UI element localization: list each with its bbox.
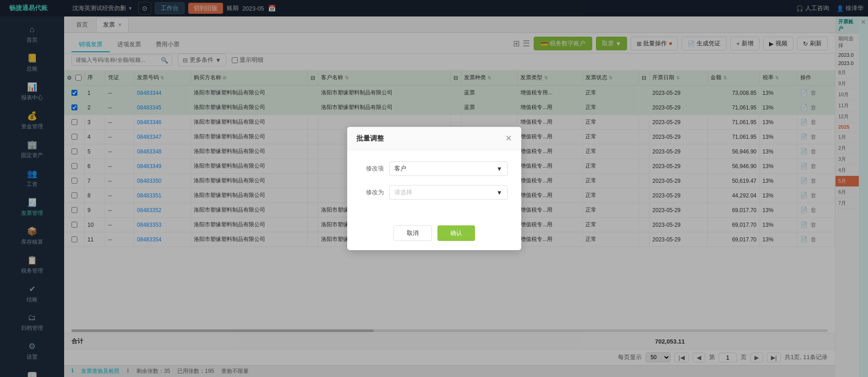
modify-to-chevron-icon: ▼ [497,189,502,196]
batch-adjust-modal: 批量调整 ✕ 修改项 客户 ▼ 修改为 请选择 ▼ 取消 确认 [347,127,521,250]
modify-to-label: 修改为 [361,188,384,197]
modify-field-chevron-icon: ▼ [497,165,502,172]
modify-to-select[interactable]: 请选择 ▼ [389,185,508,200]
modal-body: 修改项 客户 ▼ 修改为 请选择 ▼ [347,150,521,220]
modal-close-icon[interactable]: ✕ [505,133,512,143]
modify-field-row: 修改项 客户 ▼ [361,161,508,176]
modal-overlay: 批量调整 ✕ 修改项 客户 ▼ 修改为 请选择 ▼ 取消 确认 [0,0,868,377]
modal-cancel-button[interactable]: 取消 [393,225,432,241]
modal-title: 批量调整 [356,134,384,143]
modify-field-value: 客户 [394,164,406,173]
modify-field-select[interactable]: 客户 ▼ [389,161,508,176]
modify-field-label: 修改项 [361,164,384,173]
modal-header: 批量调整 ✕ [347,127,521,150]
modal-footer: 取消 确认 [347,220,521,250]
modify-to-placeholder: 请选择 [394,188,412,197]
modal-confirm-button[interactable]: 确认 [437,225,475,241]
modify-to-row: 修改为 请选择 ▼ [361,185,508,200]
